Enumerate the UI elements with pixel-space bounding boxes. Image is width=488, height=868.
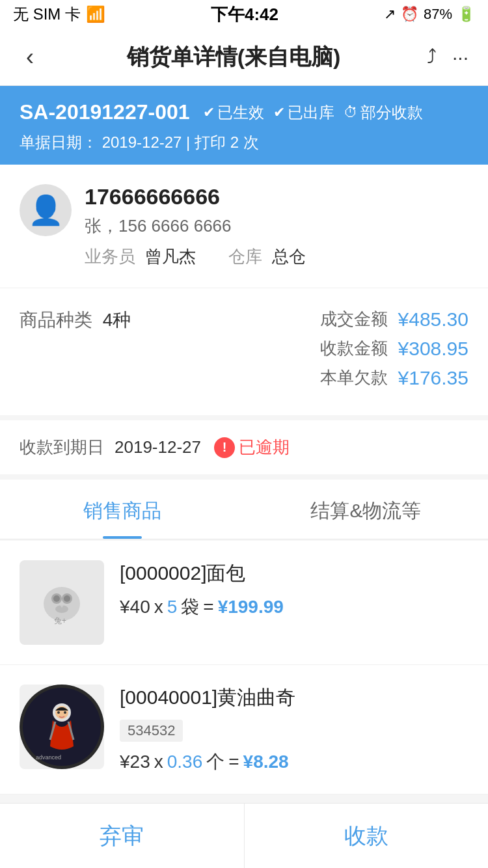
- status-effected-label: 已生效: [217, 102, 264, 123]
- stat-debt-row: 本单欠款 ¥176.35: [320, 366, 468, 389]
- price-qty-2: 0.36: [167, 752, 203, 772]
- back-button[interactable]: ‹: [20, 37, 40, 77]
- product-info-1: [0000002]面包 ¥40 x 5 袋 = ¥199.99: [120, 560, 468, 645]
- product-type-value: 4种: [103, 310, 131, 330]
- price-unit-1: ¥40: [120, 597, 150, 617]
- price-unit-label-1: 袋: [181, 595, 199, 619]
- status-partial-label: 部分收款: [360, 102, 423, 123]
- product-image-icon-2: advanced: [23, 688, 101, 766]
- order-id: SA-20191227-001: [20, 100, 190, 124]
- product-list: 兔+ [0000002]面包 ¥40 x 5 袋 = ¥199.99: [0, 541, 488, 794]
- order-header-banner: SA-20191227-001 ✔ 已生效 ✔ 已出库 ⏱ 部分收款 单据日期：…: [0, 86, 488, 165]
- price-unit-2: ¥23: [120, 752, 150, 772]
- battery-icon: 🔋: [457, 6, 475, 23]
- order-date-row: 单据日期： 2019-12-27 | 打印 2 次: [20, 132, 468, 153]
- check-icon-1: ✔: [203, 104, 215, 121]
- reject-label: 弃审: [100, 821, 144, 851]
- status-time: 下午4:42: [211, 3, 278, 26]
- amount-value: ¥485.30: [398, 308, 468, 331]
- tab-products[interactable]: 销售商品: [0, 480, 244, 539]
- overdue-icon: !: [214, 437, 235, 458]
- product-price-row-2: ¥23 x 0.36 个 = ¥8.28: [120, 750, 468, 774]
- customer-section: 👤 17666666666 张，156 6666 6666 业务员 曾凡杰 仓库…: [0, 165, 488, 288]
- tabs-section: 销售商品 结算&物流等: [0, 480, 488, 539]
- stat-received-row: 收款金额 ¥308.95: [320, 337, 468, 360]
- status-bar: 无 SIM 卡 📶 下午4:42 ↗ ⏰ 87% 🔋: [0, 0, 488, 29]
- collect-payment-button[interactable]: 收款: [245, 804, 489, 868]
- price-eq-2: =: [228, 752, 239, 772]
- nav-right-actions: ⤴ ···: [427, 46, 468, 68]
- stat-amount-row: 成交金额 ¥485.30: [320, 308, 468, 331]
- date-label: 单据日期：: [20, 133, 98, 151]
- overdue-badge: ! 已逾期: [214, 436, 290, 459]
- avatar-icon: 👤: [28, 193, 64, 227]
- product-item-2: advanced [00040001]黄油曲奇 534532 ¥23 x 0.3…: [0, 665, 488, 794]
- price-eq-1: =: [203, 597, 213, 617]
- price-x-1: x: [154, 597, 163, 617]
- overdue-text: 已逾期: [239, 436, 290, 459]
- customer-meta: 业务员 曾凡杰 仓库 总仓: [85, 245, 468, 268]
- product-info-2: [00040001]黄油曲奇 534532 ¥23 x 0.36 个 = ¥8.…: [120, 685, 468, 774]
- amount-label: 成交金额: [320, 308, 388, 331]
- collect-label: 收款: [344, 821, 388, 851]
- reject-button[interactable]: 弃审: [0, 804, 245, 868]
- owl-placeholder-icon: 兔+: [36, 576, 88, 629]
- product-thumb-1: 兔+: [20, 560, 104, 645]
- received-label: 收款金额: [320, 337, 388, 360]
- agent-info: 业务员 曾凡杰: [85, 245, 196, 268]
- more-icon[interactable]: ···: [452, 46, 468, 68]
- svg-point-4: [64, 595, 70, 602]
- svg-text:兔+: 兔+: [54, 616, 66, 625]
- status-right: ↗ ⏰ 87% 🔋: [384, 6, 475, 23]
- debt-value: ¥176.35: [398, 367, 468, 389]
- customer-id: 17666666666: [85, 184, 468, 210]
- product-image-2: advanced: [20, 685, 104, 769]
- agent-label: 业务员: [85, 247, 135, 266]
- product-sku-2: 534532: [120, 720, 183, 742]
- signal-text: 无 SIM 卡: [13, 4, 81, 25]
- price-total-2: ¥8.28: [243, 752, 289, 772]
- product-name-2: [00040001]黄油曲奇: [120, 685, 468, 711]
- due-label: 收款到期日: [20, 436, 104, 459]
- clock-icon: ⏱: [344, 104, 358, 121]
- warehouse-label: 仓库: [228, 247, 262, 266]
- page-title: 销货单详情(来自电脑): [127, 42, 341, 72]
- battery-text: 87%: [424, 6, 452, 23]
- stats-section: 商品种类 4种 成交金额 ¥485.30 收款金额 ¥308.95 本单欠款 ¥…: [0, 288, 488, 420]
- share-icon[interactable]: ⤴: [427, 46, 437, 68]
- product-thumb-2: advanced: [20, 685, 104, 769]
- warehouse-value: 总仓: [272, 247, 306, 266]
- svg-text:advanced: advanced: [36, 754, 61, 761]
- wifi-icon: 📶: [86, 5, 105, 23]
- nav-bar: ‹ 销货单详情(来自电脑) ⤴ ···: [0, 29, 488, 86]
- tab-logistics-label: 结算&物流等: [310, 500, 421, 521]
- received-value: ¥308.95: [398, 338, 468, 360]
- bottom-bar: 弃审 收款: [0, 803, 488, 868]
- price-total-1: ¥199.99: [218, 597, 284, 617]
- location-icon: ↗: [384, 6, 396, 23]
- svg-point-12: [64, 711, 66, 714]
- avatar: 👤: [20, 184, 72, 236]
- status-partial: ⏱ 部分收款: [344, 102, 423, 123]
- check-icon-2: ✔: [273, 104, 285, 121]
- svg-point-3: [53, 595, 60, 602]
- product-name-1: [0000002]面包: [120, 560, 468, 587]
- product-type-label: 商品种类: [20, 310, 92, 330]
- svg-point-11: [57, 711, 60, 714]
- stats-left: 商品种类 4种: [20, 308, 131, 332]
- tab-logistics[interactable]: 结算&物流等: [244, 480, 488, 539]
- price-x-2: x: [154, 752, 163, 772]
- customer-name-phone: 张，156 6666 6666: [85, 215, 468, 237]
- price-unit-label-2: 个: [206, 750, 224, 774]
- print-info: | 打印 2 次: [186, 133, 259, 151]
- alarm-icon: ⏰: [401, 6, 418, 23]
- status-left: 无 SIM 卡 📶: [13, 4, 105, 25]
- price-qty-1: 5: [167, 597, 178, 617]
- debt-label: 本单欠款: [320, 366, 388, 389]
- date-value: 2019-12-27: [102, 133, 182, 151]
- status-badges: ✔ 已生效 ✔ 已出库 ⏱ 部分收款: [203, 102, 423, 123]
- status-shipped: ✔ 已出库: [273, 102, 334, 123]
- product-price-row-1: ¥40 x 5 袋 = ¥199.99: [120, 595, 468, 619]
- customer-info: 17666666666 张，156 6666 6666 业务员 曾凡杰 仓库 总…: [85, 184, 468, 268]
- agent-value: 曾凡杰: [145, 247, 196, 266]
